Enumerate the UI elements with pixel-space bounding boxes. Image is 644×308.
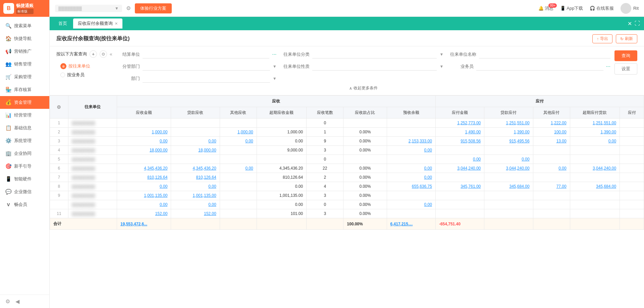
section-dept-input[interactable] [143, 75, 270, 83]
table-row: 2 ▓▓▓▓▓▓▓▓ 1,000.00 1,000.00 1,000.00 1 … [50, 128, 644, 137]
sidebar-item-search-menu[interactable]: 🔍 搜索菜单 [0, 19, 49, 32]
dept-input[interactable] [143, 62, 270, 71]
laiwan-nature-input[interactable] [312, 62, 437, 71]
topbar-gear-icon[interactable]: ⚙ [126, 5, 131, 11]
cell-ar-count: 3 [307, 146, 343, 155]
cell-no: 9 [50, 191, 68, 200]
cell-ap-extra [620, 173, 644, 182]
table-row: 11 ▓▓▓▓▓▓▓▓ 152.00 152.00 101.00 3 0.00% [50, 209, 644, 218]
sidebar-item-base-info[interactable]: 📋 基础信息 [0, 122, 49, 134]
cell-ar-loan: 0.00 [171, 182, 220, 191]
query-button[interactable]: 查询 [614, 50, 637, 61]
dept-arrow-icon[interactable]: ▼ [273, 64, 277, 69]
refresh-button[interactable]: ↻ 刷新 [616, 34, 637, 43]
app-download[interactable]: 📱 App下载 [560, 5, 583, 11]
cell-ap [435, 209, 484, 218]
cell-ap-overdue: 0.00 [570, 137, 620, 146]
solution-button[interactable]: 体验行业方案 [135, 3, 172, 13]
sidebar-settings-btn[interactable]: ⚙ [5, 298, 10, 305]
cell-ar-other [220, 155, 257, 164]
tab-close-icon[interactable]: ✕ [115, 21, 118, 26]
topbar-address[interactable]: ▓▓▓▓▓▓▓▓ ▼ [55, 5, 122, 12]
cell-ar: 152.00 [117, 209, 171, 218]
cell-ap-other [533, 191, 570, 200]
cell-ar [117, 119, 171, 128]
sidebar-collapse-btn[interactable]: ◀ [15, 298, 19, 305]
cell-ap [435, 191, 484, 200]
sidebar-item-enterprise[interactable]: 🏢 企业协同 [0, 147, 49, 160]
cell-ap-overdue: 345,684.00 [570, 182, 620, 191]
export-icon: ↑ [597, 37, 599, 41]
sidebar-item-marketing[interactable]: 📢 营销推广 [0, 45, 49, 58]
th-ar-count: 应收笔数 [307, 107, 343, 119]
cell-ap-extra [620, 182, 644, 191]
section-dept-arrow-icon[interactable]: ▼ [273, 76, 277, 81]
cell-ap-overdue: 1,251,551.00 [570, 119, 620, 128]
salesman-input[interactable] [476, 62, 603, 71]
collapse-conditions-btn[interactable]: ∧ 收起更多条件 [116, 85, 610, 91]
data-table: ⚙ 往来单位 应收 应付 应收金额 贷款应收 其他应收 超期应收金额 应收笔数 … [50, 95, 644, 230]
jiesuan-dots-icon[interactable]: ··· [272, 51, 276, 57]
scheme-option-salesman[interactable]: 按业务员 [56, 71, 112, 79]
service-icon: 🎧 [590, 6, 595, 11]
sidebar-item-sales[interactable]: 👥 销售管理 [0, 58, 49, 71]
sidebar-item-capital[interactable]: 💰 资金管理 [0, 96, 49, 109]
footer-ar-loan [171, 218, 220, 230]
jiesuan-input[interactable] [143, 50, 269, 58]
export-button[interactable]: ↑ 导出 [592, 34, 612, 43]
add-scheme-btn[interactable]: + [90, 50, 97, 58]
expand-scheme-btn[interactable]: « [110, 51, 112, 57]
tab-arbalance[interactable]: 应收应付余额查询 ✕ [73, 18, 122, 29]
cell-unit: ▓▓▓▓▓▓▓▓ [68, 191, 117, 200]
online-service[interactable]: 🎧 在线客服 [590, 5, 614, 11]
cell-ap-overdue [570, 209, 620, 218]
footer-ar: 19,553,472,6... [117, 218, 171, 230]
cell-ar-prepay: 655,636.75 [387, 182, 435, 191]
cell-ar-ratio: 0.00% [343, 200, 387, 209]
cell-no: 11 [50, 209, 68, 218]
cell-ar-ratio: 0.00% [343, 182, 387, 191]
sidebar-item-sys-admin[interactable]: ⚙️ 系统管理 [0, 134, 49, 147]
scheme-option-unit[interactable]: ⊕ 按往来单位 [56, 62, 112, 71]
cell-ap-loan: 345,684.00 [484, 182, 533, 191]
cell-unit: ▓▓▓▓▓▓▓▓ [68, 200, 117, 209]
sidebar-item-operations[interactable]: 📊 经营管理 [0, 109, 49, 122]
guide-icon: 🎯 [5, 163, 11, 169]
cell-unit: ▓▓▓▓▓▓▓▓ [68, 119, 117, 128]
sidebar-item-smart-hw[interactable]: 📱 智能硬件 [0, 173, 49, 185]
th-settings[interactable]: ⚙ [50, 96, 68, 119]
footer-ar-other [220, 218, 257, 230]
scheme-selector: 按以下方案查询 + ⊙ « ⊕ 按往来单位 按业务员 [56, 50, 112, 91]
notifications-area[interactable]: 🔔 消息 99+ [538, 5, 554, 11]
cell-ar-prepay: 0.00 [387, 173, 435, 182]
laiwan-name-input[interactable] [479, 50, 610, 58]
cell-ap [435, 173, 484, 182]
cell-ap-other [533, 173, 570, 182]
cell-ar-count: 0 [307, 200, 343, 209]
cell-ar-overdue [257, 155, 306, 164]
sidebar-item-guide[interactable]: 🎯 新手引导 [0, 160, 49, 173]
laiwan-category-input[interactable] [312, 50, 437, 58]
user-avatar-area[interactable]: Rit [621, 3, 639, 14]
tab-home[interactable]: 首页 [54, 18, 72, 29]
sidebar-item-member[interactable]: V 畅会员 [0, 198, 49, 211]
cell-ap-other: 1,222.00 [533, 119, 570, 128]
cell-ap: 3,044,240.00 [435, 164, 484, 173]
sidebar-item-purchase[interactable]: 🛒 采购管理 [0, 71, 49, 83]
laiwan-nature-arrow-icon[interactable]: ▼ [439, 64, 443, 69]
th-ap-extra: 应付 [620, 107, 644, 119]
cell-ar-other [220, 119, 257, 128]
cell-ar-ratio: 0.00% [343, 146, 387, 155]
cell-ar-ratio: 0.00% [343, 209, 387, 218]
salesman-dots-icon[interactable]: ··· [606, 63, 610, 70]
sidebar-item-inventory[interactable]: 🏪 库存核算 [0, 83, 49, 96]
tab-close-window-btn[interactable]: ✕ [628, 20, 632, 27]
settings-button[interactable]: 设置 [614, 63, 637, 75]
tab-maximize-btn[interactable]: ⛶ [635, 20, 640, 27]
laiwan-category-arrow-icon[interactable]: ▼ [439, 52, 443, 57]
sidebar-item-quick-nav[interactable]: 🏠 快捷导航 [0, 32, 49, 45]
search-area: 按以下方案查询 + ⊙ « ⊕ 按往来单位 按业务员 [50, 46, 644, 95]
sidebar-item-enterprise-wx[interactable]: 💬 企业微信 [0, 185, 49, 198]
scheme-settings-btn[interactable]: ⊙ [100, 50, 107, 58]
cell-ap-extra [620, 209, 644, 218]
